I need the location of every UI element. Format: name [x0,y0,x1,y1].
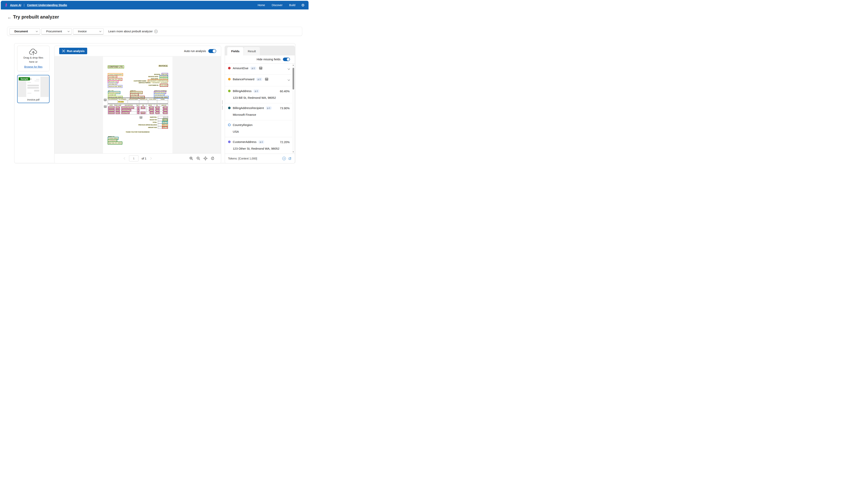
meta-line: CUSTOMER NAME: MICROSOFT CORPORATION [133,79,168,82]
panel-resize-handle[interactable] [222,100,223,110]
field-row-head: BalanceForwardp.1 [228,74,289,81]
field-row-head: CountryRegion [228,120,289,127]
scrollbar-thumb[interactable] [292,68,294,90]
zoom-in-icon[interactable] [189,156,193,160]
fields-result-panel: Fields Result Hide missing fields Amount… [225,46,295,163]
total-row: AMOUNT DUE$665.00 [138,126,168,129]
meta-label: INVOICE DATE: [148,76,159,77]
scroll-down-icon[interactable]: ▼ [292,151,294,153]
open-external-icon[interactable] [288,157,291,160]
dropdown-document[interactable]: Document [9,28,40,34]
chevron-down-icon [68,30,70,32]
page-number-input[interactable] [129,155,138,161]
tokens-label: Tokens: [Context 1,000] [228,157,257,160]
back-arrow-icon[interactable]: ← [7,15,12,20]
total-value: $165.00 [162,121,168,124]
po-table: SALESPERSONP.O. NUMBERREQUISITIONERSHIPP… [108,98,168,103]
drop-instruction-line1: Drag & drop files [18,56,49,60]
tokens-info-icon[interactable]: i [282,157,286,160]
hide-missing-label: Hide missing fields [257,58,281,61]
table-detect-icon [104,98,107,101]
total-row: TOTAL$165.00 [138,121,168,124]
total-label: TOTAL [152,122,157,123]
learn-more-text: Learn more about prebuilt analyzer [108,30,153,33]
previous-page-icon[interactable] [124,157,126,160]
tokens-icons: i [282,157,291,160]
address-block-line: 123 Service St [154,93,164,96]
nav-build[interactable]: Build [289,4,295,7]
field-row[interactable]: BillingAddressRecipientp.173.90%Microsof… [225,103,295,120]
dropdown-procurement[interactable]: Procurement [41,28,72,34]
field-value: 123 Bill St, Redmond WA, 98052 [233,96,289,99]
field-value: USA [233,130,289,133]
auto-run-label: Auto run analysis [184,50,206,53]
field-name: BillingAddressRecipient [233,106,264,109]
meta-line: INVOICE DATE: 11/15/2019 [133,75,168,77]
vendor-address-line: New York, NY, 10001 [108,78,122,80]
field-name: BalanceForward [233,77,254,81]
invoice-heading: INVOICE [158,64,168,67]
address-block-line: 123 Bill St [108,93,116,96]
field-row[interactable]: BillingAddressp.160.40%123 Bill St, Redm… [225,86,295,103]
zoom-out-icon[interactable] [196,156,200,160]
tab-result[interactable]: Result [244,47,260,55]
zoom-tools [189,154,215,163]
page-badge: p.1 [256,78,262,81]
thank-you-line: THANK YOU FOR YOUR BUSINESS! [125,130,150,133]
thumbnail-filename: invoice.pdf [18,98,49,101]
total-cell: $665.00 [158,126,168,129]
field-row[interactable]: CountryRegionUSA [225,120,295,137]
brand-studio-link[interactable]: Content Understanding Studio [27,4,67,7]
meta-line: SERVICE PERIOD: 10/14/2019 – 11/14/2019 [133,82,168,84]
file-drop-zone[interactable]: Drag & drop files here or Browse for fil… [17,46,50,71]
table-icon [265,77,268,81]
annotated-text: INVOICE [158,65,168,67]
total-row: SALES TAX$15.00 [138,119,168,121]
total-cell: $150.00 [158,116,168,119]
document-viewer-panel: Run analysis Auto run analysis CONTOSO L… [54,46,221,163]
rotate-icon[interactable] [211,156,215,160]
hide-missing-row: Hide missing fields [225,55,295,63]
annotated-text: New York, NY, 10001 [108,141,122,144]
total-label: AMOUNT DUE [148,127,157,128]
document-canvas[interactable]: CONTOSO LTD.INVOICEContoso Headquarters1… [55,56,221,153]
remit-line: New York, NY, 10001 [108,141,122,144]
fit-to-page-icon[interactable] [204,156,208,160]
nav-home[interactable]: Home [258,4,265,7]
dropdown-label: Document [14,30,28,33]
hide-missing-toggle[interactable] [283,58,290,61]
dropdown-row: DocumentProcurementInvoice [9,28,105,34]
auto-run-group: Auto run analysis [184,49,216,53]
run-analysis-button[interactable]: Run analysis [59,48,87,54]
sample-file-thumbnail[interactable]: Sample invoice.pdf [17,75,50,103]
settings-gear-icon[interactable]: ⚙ [301,3,305,7]
drop-instruction-line2: here or [18,60,49,64]
auto-run-toggle[interactable] [208,49,216,53]
dropdown-invoice[interactable]: Invoice [73,28,103,34]
learn-more-group: Learn more about prebuilt analyzer i [108,30,158,33]
annotated-text: 10/14/2019 – 11/14/2019 [152,82,168,84]
next-page-icon[interactable] [149,157,152,160]
field-row[interactable]: BalanceForwardp.1 [225,74,295,86]
info-icon[interactable]: i [154,30,158,33]
browse-for-files-link[interactable]: Browse for files [24,65,42,68]
meta-label: SERVICE PERIOD: [138,82,152,84]
customer-address-line: 123 Other St [108,83,117,85]
nav-discover[interactable]: Discover [272,4,282,7]
field-row-head: AmountDuep.1 [228,63,289,70]
customer-address-line: Microsoft Corp [108,80,118,83]
field-row[interactable]: AmountDuep.1 [225,63,295,74]
tokens-row: Tokens: [Context 1,000] i [225,154,295,163]
viewer-toolbar: Run analysis Auto run analysis [55,46,221,56]
meta-label: CUSTOMER ID: [148,85,159,86]
viewer-pagination-bar: of 1 [55,153,221,163]
total-value: $665.00 [162,126,168,129]
dropdown-label: Procurement [46,30,62,33]
brand-azure-ai-link[interactable]: Azure AI [10,4,21,7]
field-list-scrollbar[interactable]: ▲▼ [292,63,294,154]
pager: of 1 [124,155,151,161]
brand-separator: | [24,4,25,7]
scroll-up-icon[interactable]: ▲ [292,64,294,66]
tab-fields[interactable]: Fields [227,47,243,55]
field-row[interactable]: CustomerAddressp.172.20%123 Other St, Re… [225,137,295,154]
